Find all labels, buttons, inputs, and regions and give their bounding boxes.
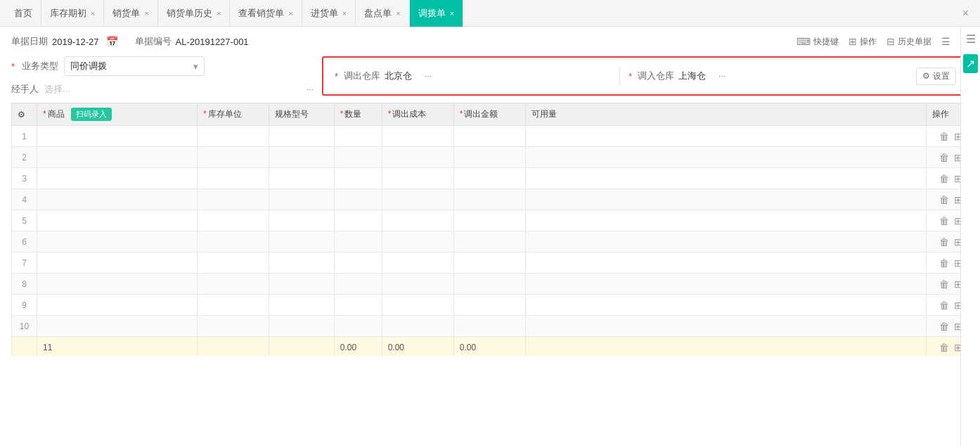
cell-qty[interactable] [334,295,382,316]
close-tab-inventory-check[interactable]: × [396,9,400,18]
panel-list-icon[interactable]: ☰ [966,32,976,46]
cell-cost[interactable] [382,189,453,210]
tab-home[interactable]: 首页 [6,0,41,27]
cell-spec[interactable] [269,147,335,168]
cell-unit[interactable] [198,316,269,337]
panel-export-icon[interactable]: ↗ [963,54,978,73]
cell-amount[interactable] [453,295,525,316]
cell-spec[interactable] [269,316,335,337]
cell-spec[interactable] [269,231,335,253]
cell-amount[interactable] [453,274,525,295]
cell-spec[interactable] [269,295,335,316]
cell-qty[interactable] [334,274,382,295]
cell-unit[interactable] [198,147,269,168]
cell-amount[interactable] [453,126,525,147]
cell-cost[interactable] [382,316,453,337]
cell-product[interactable] [37,210,198,231]
cell-amount[interactable] [453,168,525,189]
tab-sales-order[interactable]: 销货单 × [104,0,157,27]
cell-qty[interactable] [334,147,382,168]
cell-spec[interactable] [269,210,335,231]
business-type-select[interactable]: 同价调拨 ▾ [64,56,205,76]
cell-cost[interactable] [382,147,453,168]
cell-qty[interactable] [334,210,382,231]
cell-product[interactable] [37,189,198,210]
cell-unit[interactable] [198,274,269,295]
row-delete-icon[interactable]: 🗑 [939,300,949,311]
cell-cost[interactable] [382,126,453,147]
close-tab-sales-order[interactable]: × [144,9,148,18]
cell-cost[interactable] [382,231,453,253]
cell-amount[interactable] [453,147,525,168]
cell-product[interactable] [37,316,198,337]
warehouse-in-more-btn[interactable]: ··· [718,71,726,81]
row-delete-icon[interactable]: 🗑 [939,279,949,290]
operation-btn[interactable]: ⊞ 操作 [849,36,877,48]
tab-sales-history[interactable]: 销货单历史 × [158,0,230,27]
cell-amount[interactable] [453,316,525,337]
cell-product[interactable] [37,126,198,147]
row-delete-icon[interactable]: 🗑 [939,215,949,227]
calendar-icon[interactable]: 📅 [106,36,118,47]
cell-amount[interactable] [453,253,525,274]
close-all-tabs[interactable]: × [957,7,974,20]
cell-qty[interactable] [334,316,382,337]
close-tab-sales-history[interactable]: × [217,9,221,18]
cell-qty[interactable] [334,231,382,253]
cell-qty[interactable] [334,168,382,189]
cell-unit[interactable] [198,210,269,231]
close-tab-view-sales[interactable]: × [288,9,292,18]
person-more-btn[interactable]: ··· [307,84,314,94]
warehouse-out-value[interactable]: 北京仓 [385,70,412,82]
cell-cost[interactable] [382,274,453,295]
cell-product[interactable] [37,274,198,295]
cell-cost[interactable] [382,210,453,231]
tab-transfer[interactable]: 调拨单 × [410,0,463,27]
cell-amount[interactable] [453,210,525,231]
cell-spec[interactable] [269,253,335,274]
row-delete-icon[interactable]: 🗑 [939,257,949,269]
cell-qty[interactable] [334,253,382,274]
history-btn[interactable]: ⊟ 历史单据 [886,36,931,48]
cell-amount[interactable] [453,231,525,253]
list-view-btn[interactable]: ☰ [941,36,950,47]
cell-unit[interactable] [198,126,269,147]
cell-product[interactable] [37,147,198,168]
row-delete-icon[interactable]: 🗑 [939,131,949,142]
warehouse-in-value[interactable]: 上海仓 [678,70,706,82]
cell-spec[interactable] [269,168,335,189]
scan-button[interactable]: 扫码录入 [71,108,112,121]
cell-product[interactable] [37,168,198,189]
cell-spec[interactable] [269,189,335,210]
cell-qty[interactable] [334,189,382,210]
tab-inventory-check[interactable]: 盘点单 × [356,0,409,27]
cell-spec[interactable] [269,126,335,147]
row-delete-icon[interactable]: 🗑 [939,342,949,353]
row-delete-icon[interactable]: 🗑 [939,236,949,248]
cell-product[interactable] [37,253,198,274]
cell-spec[interactable] [269,274,335,295]
cell-qty[interactable] [334,126,382,147]
cell-unit[interactable] [198,295,269,316]
cell-product[interactable] [37,231,198,253]
cell-cost[interactable] [382,295,453,316]
gear-icon[interactable]: ⚙ [18,110,25,120]
close-tab-transfer[interactable]: × [450,9,454,18]
tab-inventory-init[interactable]: 库存期初 × [41,0,104,27]
cell-unit[interactable] [198,168,269,189]
close-tab-purchase[interactable]: × [342,9,347,18]
tab-purchase[interactable]: 进货单 × [302,0,356,27]
cell-unit[interactable] [198,231,269,253]
cell-product[interactable] [37,295,198,316]
warehouse-out-more-btn[interactable]: ··· [425,71,432,81]
person-select[interactable]: 选择... [44,83,70,96]
cell-cost[interactable] [382,168,453,189]
shortcut-btn[interactable]: ⌨ 快捷键 [797,36,839,48]
row-delete-icon[interactable]: 🗑 [939,152,949,163]
cell-unit[interactable] [198,189,269,210]
tab-view-sales[interactable]: 查看销货单 × [230,0,302,27]
cell-cost[interactable] [382,253,453,274]
row-delete-icon[interactable]: 🗑 [939,194,949,205]
close-tab-inventory-init[interactable]: × [91,9,95,18]
row-delete-icon[interactable]: 🗑 [939,321,949,332]
